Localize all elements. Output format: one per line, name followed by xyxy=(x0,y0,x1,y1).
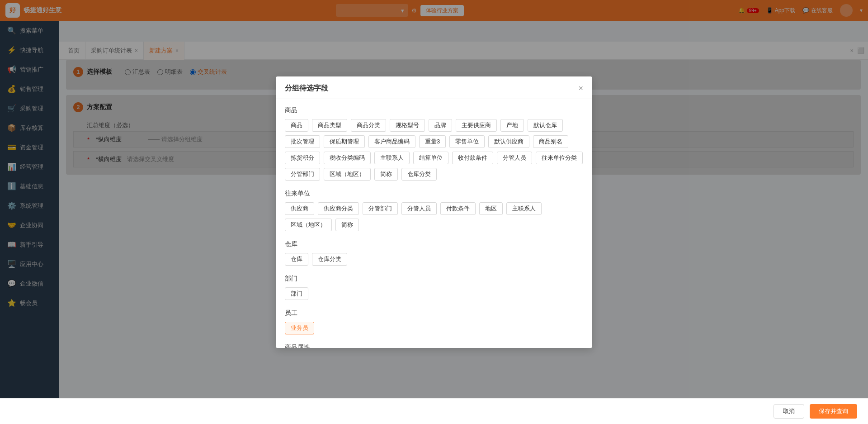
tag-tax-code[interactable]: 税收分类编码 xyxy=(324,152,371,164)
tag-goods-alias[interactable]: 商品别名 xyxy=(533,135,568,148)
section-employee: 员工 业务员 xyxy=(285,309,583,334)
tag-department[interactable]: 部门 xyxy=(285,287,308,300)
tag-shelf-life[interactable]: 保质期管理 xyxy=(324,135,365,148)
section-partner: 往来单位 供应商 供应商分类 分管部门 分管人员 付款条件 地区 主联系人 区域… xyxy=(285,190,583,231)
tag-brand[interactable]: 品牌 xyxy=(429,119,452,132)
tag-settlement-unit[interactable]: 结算单位 xyxy=(413,152,448,164)
dialog-title: 分组待选字段 xyxy=(285,84,328,93)
tag-origin[interactable]: 产地 xyxy=(500,119,524,132)
dialog: 分组待选字段 × 商品 商品 商品类型 商品分类 规格型号 品牌 主要供应商 产… xyxy=(276,76,592,348)
dialog-close-icon[interactable]: × xyxy=(578,84,583,93)
tag-partner-short[interactable]: 简称 xyxy=(335,219,359,231)
tag-supplier-cat[interactable]: 供应商分类 xyxy=(318,202,359,215)
tag-payment-cond[interactable]: 付款条件 xyxy=(440,202,476,215)
tag-manager[interactable]: 分管人员 xyxy=(497,152,532,164)
section-product-attr: 商品属性 属性 颜色 多规格 尺码 鞋码 1 xyxy=(285,343,583,348)
tag-dept[interactable]: 分管部门 xyxy=(285,168,320,181)
section-dept: 部门 部门 xyxy=(285,275,583,300)
overlay: 分组待选字段 × 商品 商品 商品类型 商品分类 规格型号 品牌 主要供应商 产… xyxy=(0,0,868,424)
tag-default-warehouse[interactable]: 默认仓库 xyxy=(528,119,563,132)
partner-tags: 供应商 供应商分类 分管部门 分管人员 付款条件 地区 主联系人 区域（地区） … xyxy=(285,202,583,231)
section-warehouse: 仓库 仓库 仓库分类 xyxy=(285,240,583,266)
tag-short-name[interactable]: 简称 xyxy=(374,168,398,181)
tag-partner-category[interactable]: 往来单位分类 xyxy=(536,152,583,164)
tag-area[interactable]: 地区 xyxy=(479,202,503,215)
dialog-footer: 取消 保存并查询 xyxy=(0,398,868,424)
section-employee-label: 员工 xyxy=(285,309,583,317)
tag-retail-unit[interactable]: 零售单位 xyxy=(449,135,485,148)
tag-wh[interactable]: 仓库 xyxy=(285,253,308,266)
tag-partner-manager[interactable]: 分管人员 xyxy=(401,202,437,215)
warehouse-tags: 仓库 仓库分类 xyxy=(285,253,583,266)
tag-pick-score[interactable]: 拣货积分 xyxy=(285,152,320,164)
tag-customer-code[interactable]: 客户商品编码 xyxy=(368,135,415,148)
section-goods: 商品 商品 商品类型 商品分类 规格型号 品牌 主要供应商 产地 默认仓库 批次… xyxy=(285,106,583,181)
tag-region[interactable]: 区域（地区） xyxy=(324,168,371,181)
tag-main-supplier[interactable]: 主要供应商 xyxy=(456,119,497,132)
tag-partner-dept[interactable]: 分管部门 xyxy=(363,202,398,215)
dept-tags: 部门 xyxy=(285,287,583,300)
tag-weight[interactable]: 重量3 xyxy=(419,135,446,148)
tag-batch-mgmt[interactable]: 批次管理 xyxy=(285,135,320,148)
cancel-button[interactable]: 取消 xyxy=(774,404,804,419)
employee-tags: 业务员 xyxy=(285,322,583,334)
tag-default-supplier[interactable]: 默认供应商 xyxy=(488,135,529,148)
tag-goods-type[interactable]: 商品类型 xyxy=(312,119,347,132)
dialog-header: 分组待选字段 × xyxy=(276,76,592,99)
tag-warehouse-cat[interactable]: 仓库分类 xyxy=(401,168,437,181)
tag-spec-model[interactable]: 规格型号 xyxy=(390,119,425,132)
tag-partner-contact[interactable]: 主联系人 xyxy=(506,202,542,215)
tag-wh-cat[interactable]: 仓库分类 xyxy=(312,253,347,266)
tag-goods[interactable]: 商品 xyxy=(285,119,308,132)
section-goods-label: 商品 xyxy=(285,106,583,114)
dialog-body[interactable]: 商品 商品 商品类型 商品分类 规格型号 品牌 主要供应商 产地 默认仓库 批次… xyxy=(276,99,592,348)
section-product-attr-label: 商品属性 xyxy=(285,343,583,348)
tag-partner-region[interactable]: 区域（地区） xyxy=(285,219,332,231)
tag-main-contact[interactable]: 主联系人 xyxy=(374,152,410,164)
tag-salesperson[interactable]: 业务员 xyxy=(285,322,314,334)
goods-tags: 商品 商品类型 商品分类 规格型号 品牌 主要供应商 产地 默认仓库 批次管理 … xyxy=(285,119,583,181)
tag-goods-category[interactable]: 商品分类 xyxy=(351,119,386,132)
section-partner-label: 往来单位 xyxy=(285,190,583,198)
confirm-button[interactable]: 保存并查询 xyxy=(810,404,857,419)
section-warehouse-label: 仓库 xyxy=(285,240,583,248)
tag-supplier[interactable]: 供应商 xyxy=(285,202,314,215)
section-dept-label: 部门 xyxy=(285,275,583,283)
tag-payment-terms[interactable]: 收付款条件 xyxy=(452,152,493,164)
